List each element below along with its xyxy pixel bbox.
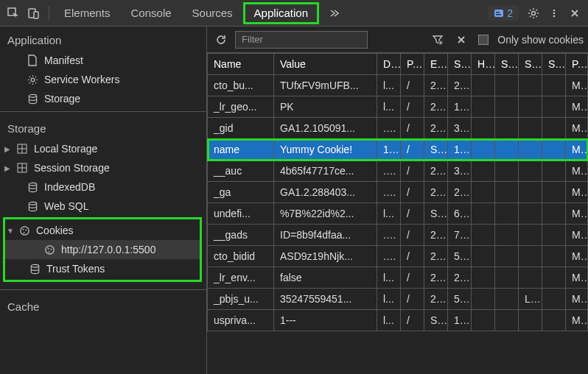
section-application: Application	[0, 27, 206, 51]
column-header[interactable]: E..	[424, 54, 448, 75]
cell-pr: M..	[566, 310, 588, 331]
database-icon	[25, 94, 40, 105]
table-row[interactable]: __gadsID=8b9f4dfaa......./2...7...M..	[208, 225, 588, 246]
table-row[interactable]: _lr_env...falsel.../2...2...M..	[208, 267, 588, 289]
table-row[interactable]: _gidGA1.2.105091......./2...3...M..	[208, 118, 588, 139]
cell-value: TUfxFV9mUFB...	[274, 75, 377, 96]
cell-value: %7B%22id%2...	[274, 203, 377, 225]
table-row[interactable]: _pbjs_u...35247559451...l.../2...5...L..…	[208, 289, 588, 310]
clear-filter-icon[interactable]	[428, 30, 447, 49]
cookie-icon	[17, 225, 32, 236]
cell-value: ID=8b9f4dfaa...	[274, 225, 377, 246]
tab-application[interactable]: Application	[243, 2, 319, 24]
filter-input[interactable]	[235, 31, 368, 49]
cell-sb	[519, 75, 542, 96]
cell-s: 1...	[448, 96, 472, 118]
sidebar-item-cookies[interactable]: ▼ Cookies	[5, 221, 200, 240]
column-header[interactable]: S..	[448, 54, 472, 75]
cell-pr: M..	[566, 96, 588, 118]
cell-sa	[495, 289, 519, 310]
tab-sources[interactable]: Sources	[182, 0, 243, 26]
sidebar-item-session-storage[interactable]: ▶ Session Storage	[0, 158, 206, 177]
svg-point-6	[532, 11, 536, 15]
table-row[interactable]: uspriva...1---l.../S...1...M..	[208, 310, 588, 331]
svg-point-10	[31, 78, 35, 82]
cell-sc	[542, 118, 566, 139]
column-header[interactable]: D..	[377, 54, 401, 75]
settings-gear-icon[interactable]	[523, 3, 544, 24]
cell-p: /	[401, 310, 424, 331]
cell-s: 5...	[448, 246, 472, 267]
column-header[interactable]: P..	[401, 54, 424, 75]
cell-s: 2...	[448, 75, 472, 96]
cell-pr: M..	[566, 75, 588, 96]
cell-p: /	[401, 96, 424, 118]
cell-sa	[495, 182, 519, 203]
column-header[interactable]: S..	[495, 54, 519, 75]
sidebar-item-trust-tokens[interactable]: Trust Tokens	[5, 259, 200, 278]
sidebar-item-cookie-origin[interactable]: http://127.0.0.1:5500	[5, 240, 200, 259]
tab-console[interactable]: Console	[121, 0, 182, 26]
sidebar-item-websql[interactable]: Web SQL	[0, 197, 206, 216]
cell-sb	[519, 139, 542, 160]
more-tabs-icon[interactable]	[323, 3, 344, 24]
cell-d: ....	[377, 182, 401, 203]
column-header[interactable]: Name	[208, 54, 274, 75]
sidebar-item-storage[interactable]: Storage	[0, 89, 206, 108]
column-header[interactable]: Value	[274, 54, 377, 75]
sidebar-item-indexeddb[interactable]: IndexedDB	[0, 177, 206, 197]
device-toolbar-icon[interactable]	[24, 3, 44, 24]
chevron-right-icon: ▶	[4, 145, 15, 153]
table-row[interactable]: cto_bu...TUfxFV9mUFB...l.../2...2...M..	[208, 75, 588, 96]
sidebar-item-manifest[interactable]: Manifest	[0, 51, 206, 70]
table-row[interactable]: _lr_geo...PKl.../2...1...M..	[208, 96, 588, 118]
inspect-icon[interactable]	[3, 3, 24, 24]
only-show-cookies-checkbox[interactable]	[478, 35, 489, 45]
tab-elements[interactable]: Elements	[54, 0, 121, 26]
clear-all-icon[interactable]	[452, 30, 471, 49]
cell-h	[472, 139, 495, 160]
column-header[interactable]: H..	[472, 54, 495, 75]
issues-button[interactable]: 2	[488, 6, 519, 21]
cookie-icon	[42, 244, 57, 255]
svg-point-20	[45, 245, 53, 253]
sidebar-item-service-workers[interactable]: Service Workers	[0, 70, 206, 89]
chevron-down-icon: ▼	[7, 227, 17, 235]
cell-pr: M..	[566, 182, 588, 203]
chevron-right-icon: ▶	[4, 164, 15, 172]
sidebar-label: Cookies	[36, 225, 74, 236]
cell-e: 2...	[424, 225, 448, 246]
cell-sa	[495, 139, 519, 160]
cell-e: 2...	[424, 96, 448, 118]
cell-e: S...	[424, 139, 448, 160]
svg-rect-3	[494, 10, 503, 17]
cell-value: 35247559451...	[274, 289, 377, 310]
table-row[interactable]: nameYummy Cookie!1.../S...1...M..	[208, 139, 588, 160]
menu-icon[interactable]	[544, 3, 564, 24]
cell-name: uspriva...	[208, 310, 274, 331]
column-header[interactable]: P..	[566, 54, 588, 75]
refresh-icon[interactable]	[211, 30, 231, 49]
svg-point-17	[22, 228, 24, 230]
column-header[interactable]: S..	[542, 54, 566, 75]
cell-p: /	[401, 118, 424, 139]
svg-rect-5	[496, 14, 501, 15]
cell-sc	[542, 246, 566, 267]
cell-sb	[519, 118, 542, 139]
cell-sc	[542, 75, 566, 96]
table-row[interactable]: _gaGA1.2.288403......./2...2...M..	[208, 182, 588, 203]
cell-value: GA1.2.105091...	[274, 118, 377, 139]
cell-sa	[495, 96, 519, 118]
table-row[interactable]: __auc4b65f47717ce......./2...3...M..	[208, 160, 588, 182]
table-row[interactable]: cto_bididASD9z19hNjk......./2...5...M..	[208, 246, 588, 267]
cell-d: l...	[377, 75, 401, 96]
table-row[interactable]: undefi...%7B%22id%2...l.../S...6...M..	[208, 203, 588, 225]
cell-d: l...	[377, 310, 401, 331]
sidebar-label: Local Storage	[34, 143, 97, 155]
cell-s: 7...	[448, 225, 472, 246]
close-devtools-icon[interactable]	[564, 3, 585, 24]
sidebar-label: Session Storage	[34, 162, 110, 174]
sidebar-item-local-storage[interactable]: ▶ Local Storage	[0, 139, 206, 158]
column-header[interactable]: S..	[519, 54, 542, 75]
sidebar-label: Manifest	[44, 54, 83, 66]
